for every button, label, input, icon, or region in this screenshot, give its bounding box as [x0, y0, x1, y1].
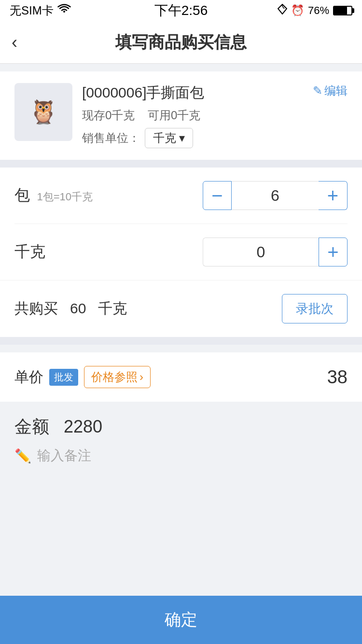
batch-button[interactable]: 录批次	[282, 294, 348, 323]
stock-value: 现存0千克	[82, 109, 135, 122]
chevron-right-icon: ›	[139, 370, 143, 384]
kg-qty-controls: +	[203, 238, 348, 266]
price-batch-tag: 批发	[49, 369, 78, 386]
total-label: 共购买	[14, 300, 58, 316]
product-info: [0000006]手撕面包 现存0千克 可用0千克 销售单位： 千克 ▾	[82, 83, 348, 148]
price-left: 单价 批发 价格参照 ›	[14, 366, 151, 388]
bag-label: 包	[14, 186, 30, 204]
price-ref-label: 价格参照	[91, 369, 138, 385]
price-value: 38	[327, 367, 348, 388]
price-label: 单价	[14, 367, 43, 387]
kg-label: 千克	[14, 243, 45, 260]
alarm-icon: ⏰	[291, 4, 304, 17]
kg-qty-input[interactable]	[203, 238, 319, 266]
amount-value: 2280	[64, 417, 102, 436]
confirm-bar[interactable]: 确定	[0, 596, 362, 644]
nav-bar: ‹ 填写商品购买信息	[0, 21, 362, 64]
pencil-icon: ✏️	[14, 448, 31, 464]
product-image: 🦉	[14, 83, 72, 141]
battery-percent: 76%	[308, 4, 329, 17]
bag-qty-row: 包 1包=10千克 − +	[14, 168, 348, 224]
amount-section: 金额 2280 ✏️ 输入备注	[0, 402, 362, 475]
product-name: [0000006]手撕面包	[82, 83, 348, 103]
edit-icon: ✎	[313, 84, 322, 98]
total-unit: 千克	[98, 300, 127, 316]
bag-label-group: 包 1包=10千克	[14, 185, 93, 206]
carrier-label: 无SIM卡	[10, 3, 54, 18]
available-value: 可用0千克	[148, 109, 200, 122]
unit-label: 销售单位：	[82, 130, 140, 146]
status-right: ⏰ 76%	[278, 4, 352, 17]
location-icon	[278, 4, 287, 17]
bag-plus-button[interactable]: +	[319, 181, 348, 210]
battery-icon	[333, 6, 352, 15]
price-ref-button[interactable]: 价格参照 ›	[84, 366, 151, 388]
status-bar: 无SIM卡 下午2:56 ⏰ 76%	[0, 0, 362, 21]
bag-sub-label: 1包=10千克	[37, 191, 93, 203]
total-row: 共购买 60 千克 录批次	[0, 280, 362, 337]
edit-button[interactable]: ✎ 编辑	[313, 83, 348, 98]
confirm-button[interactable]: 确定	[165, 609, 197, 631]
quantity-section: 包 1包=10千克 − + 千克 +	[0, 168, 362, 280]
remark-placeholder: 输入备注	[37, 447, 91, 465]
kg-plus-button[interactable]: +	[319, 238, 348, 266]
bag-minus-button[interactable]: −	[203, 181, 232, 210]
product-stock: 现存0千克 可用0千克	[82, 108, 348, 123]
page-title: 填写商品购买信息	[115, 31, 247, 54]
status-left: 无SIM卡	[10, 3, 71, 18]
product-logo-icon: 🦉	[29, 98, 58, 126]
time-display: 下午2:56	[154, 1, 208, 20]
total-text: 共购买 60 千克	[14, 299, 127, 319]
unit-select[interactable]: 千克 ▾	[145, 128, 193, 148]
chevron-down-icon: ▾	[179, 131, 185, 145]
product-card: 🦉 [0000006]手撕面包 现存0千克 可用0千克 销售单位： 千克 ▾ ✎…	[0, 71, 362, 160]
bag-qty-input[interactable]	[232, 181, 319, 210]
kg-label-group: 千克	[14, 241, 45, 263]
wifi-icon	[57, 4, 71, 17]
total-amount: 60	[70, 300, 86, 316]
amount-text: 金额 2280	[14, 415, 348, 439]
back-button[interactable]: ‹	[12, 32, 17, 53]
edit-label: 编辑	[324, 83, 348, 98]
price-section: 单价 批发 价格参照 › 38	[0, 352, 362, 402]
section-divider-1	[0, 160, 362, 168]
bag-qty-controls: − +	[203, 181, 348, 210]
kg-qty-row: 千克 +	[14, 224, 348, 280]
remark-row[interactable]: ✏️ 输入备注	[14, 447, 348, 465]
unit-value: 千克	[153, 130, 176, 146]
section-divider-2	[0, 337, 362, 345]
amount-label: 金额	[14, 417, 49, 436]
product-unit-row: 销售单位： 千克 ▾	[82, 128, 348, 148]
